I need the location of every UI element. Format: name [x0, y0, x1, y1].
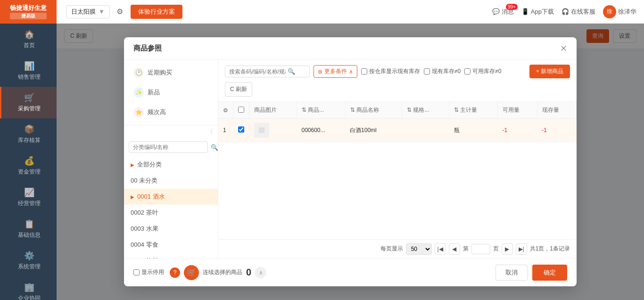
- sidebar-item-inventory[interactable]: 📦 库存核算: [0, 118, 57, 150]
- sidebar-item-base[interactable]: 📋 基础信息: [0, 213, 57, 245]
- first-page-button[interactable]: |◀: [435, 243, 446, 255]
- sidebar-item-purchase[interactable]: 🛒 采购管理: [0, 87, 57, 118]
- sidebar-item-business[interactable]: 📈 经营管理: [0, 182, 57, 213]
- store-selector[interactable]: 日太阳膜 ▼: [66, 5, 110, 18]
- quick-new[interactable]: ✨ 新品: [129, 84, 213, 100]
- cart-icon[interactable]: 🛒: [184, 265, 199, 280]
- category-c0003[interactable]: 0003 水果: [124, 221, 218, 237]
- product-search-icon[interactable]: 🔍: [288, 68, 295, 75]
- sidebar-item-home[interactable]: 🏠 首页: [0, 24, 57, 55]
- collapse-toggle[interactable]: 《: [124, 125, 218, 138]
- messages-nav[interactable]: 💬 消息 99+: [492, 8, 514, 16]
- sidebar: 🏠 首页 📊 销售管理 🛒 采购管理 📦 库存核算 💰 资金管理 📈 经营管理 …: [0, 24, 57, 300]
- product-thumbnail: [254, 123, 269, 138]
- settings-icon[interactable]: ⚙: [115, 5, 125, 18]
- page-size-label: 每页显示: [380, 245, 403, 253]
- checkbox-avail-label: 可用库存≠0: [472, 67, 501, 75]
- category-c0003-label: 0003 水果: [131, 225, 158, 233]
- sort-icon-name: ⇅: [350, 107, 355, 113]
- cta-button[interactable]: 体验行业方案: [131, 5, 182, 19]
- table-row[interactable]: 1: [218, 119, 577, 142]
- modal-close-button[interactable]: ✕: [560, 44, 567, 53]
- cancel-button[interactable]: 取消: [495, 265, 528, 281]
- add-product-button[interactable]: + 新增商品: [529, 65, 570, 78]
- sidebar-item-finance[interactable]: 💰 资金管理: [0, 150, 57, 182]
- sidebar-label-system: 系统管理: [18, 263, 41, 271]
- col-settings[interactable]: ⚙: [218, 102, 233, 119]
- checkbox-warehouse[interactable]: 按仓库显示现有库存: [361, 67, 420, 75]
- row-select-checkbox[interactable]: [238, 126, 244, 133]
- prev-page-button[interactable]: ◀: [449, 243, 460, 255]
- sidebar-item-system[interactable]: ⚙️ 系统管理: [0, 245, 57, 276]
- toolbar: 🔍 ⊛ 更多条件 ∧ 按仓库显示现有库存: [218, 60, 577, 102]
- category-c00[interactable]: 00 未分类: [124, 173, 218, 189]
- col-name[interactable]: ⇅ 商品名称: [345, 102, 402, 119]
- recent-label: 近期购买: [148, 68, 172, 77]
- category-search-icon[interactable]: 🔍: [211, 144, 218, 151]
- last-page-button[interactable]: ▶|: [516, 243, 527, 255]
- row-stock: -1: [537, 119, 576, 142]
- chevron-up-icon: ∧: [349, 68, 353, 75]
- checkbox-stock-input[interactable]: [424, 68, 430, 75]
- service-label: 在线客服: [571, 8, 595, 16]
- page-input[interactable]: 1: [471, 244, 490, 254]
- page-label: 第: [463, 245, 469, 253]
- sidebar-label-finance: 资金管理: [18, 168, 41, 176]
- store-name: 日太阳膜: [71, 8, 96, 16]
- row-spec: [402, 119, 449, 142]
- col-spec[interactable]: ⇅ 规格...: [402, 102, 449, 119]
- user-menu[interactable]: 徐 徐泽华: [603, 5, 636, 18]
- sidebar-label-inventory: 库存核算: [18, 136, 41, 144]
- online-service-nav[interactable]: 🎧 在线客服: [561, 8, 595, 16]
- col-checkbox: [233, 102, 249, 119]
- top-right-nav: 💬 消息 99+ 📱 App下载 🎧 在线客服 徐 徐泽华: [492, 5, 636, 18]
- show-disabled-wrap[interactable]: 显示停用: [133, 268, 164, 276]
- chevron-up-button[interactable]: ∧: [255, 267, 266, 278]
- app-download-nav[interactable]: 📱 App下载: [521, 8, 554, 16]
- more-filter-button[interactable]: ⊛ 更多条件 ∧: [314, 65, 357, 78]
- checkbox-avail-neq0[interactable]: 可用库存≠0: [464, 67, 501, 75]
- category-c0005[interactable]: 0005 饮料: [124, 253, 218, 258]
- col-code[interactable]: ⇅ 商品...: [297, 102, 346, 119]
- col-available[interactable]: 可用量: [498, 102, 537, 119]
- select-all-checkbox[interactable]: [238, 107, 244, 113]
- checkbox-warehouse-input[interactable]: [361, 68, 367, 75]
- category-search-input[interactable]: [129, 142, 208, 153]
- sort-icon-unit: ⇅: [454, 107, 459, 113]
- page-size-select[interactable]: 50 100 200: [406, 243, 432, 255]
- sidebar-item-sales[interactable]: 📊 销售管理: [0, 55, 57, 87]
- content-area: C 刷新 查询 设置 商品参照 ✕: [57, 24, 644, 300]
- footer-cart-area: ? 🛒 连续选择的商品 0 ∧: [170, 265, 266, 280]
- category-all[interactable]: ▶ 全部分类: [124, 157, 218, 173]
- col-stock[interactable]: 现存量: [537, 102, 576, 119]
- row-available: -1: [498, 119, 537, 142]
- active-arrow-icon: ▶: [131, 194, 134, 200]
- cart-label: 连续选择的商品: [203, 268, 242, 276]
- refresh-button[interactable]: C 刷新: [225, 82, 252, 97]
- sidebar-item-enterprise[interactable]: 🏢 企业协同: [0, 276, 57, 300]
- category-c0002[interactable]: 0002 茶叶: [124, 205, 218, 221]
- new-icon: ✨: [133, 87, 144, 98]
- quick-frequent[interactable]: ⭐ 频次高: [129, 104, 213, 120]
- confirm-button[interactable]: 确定: [532, 265, 567, 281]
- column-settings-icon[interactable]: ⚙: [223, 107, 228, 114]
- row-num: 1: [218, 119, 233, 142]
- row-unit: 瓶: [449, 119, 498, 142]
- category-c0001[interactable]: ▶ 0001 酒水: [124, 189, 218, 205]
- modal-overlay: 商品参照 ✕ 🕐 近期购买 ✨ 新: [57, 24, 644, 300]
- arrow-icon: ▶: [131, 162, 134, 167]
- modal-title: 商品参照: [133, 44, 162, 53]
- next-page-button[interactable]: ▶: [502, 243, 513, 255]
- col-image: 商品图片: [249, 102, 297, 119]
- help-icon[interactable]: ?: [170, 267, 180, 278]
- product-search-input[interactable]: [229, 68, 286, 75]
- category-c0001-label: 0001 酒水: [137, 192, 165, 201]
- cart-count: 0: [246, 267, 251, 278]
- category-c0004[interactable]: 0004 零食: [124, 237, 218, 253]
- checkbox-avail-input[interactable]: [464, 68, 471, 75]
- checkbox-stock-neq0[interactable]: 现有库存≠0: [424, 67, 461, 75]
- col-unit[interactable]: ⇅ 主计量: [449, 102, 498, 119]
- show-disabled-checkbox[interactable]: [133, 269, 140, 275]
- quick-recent[interactable]: 🕐 近期购买: [129, 65, 213, 81]
- row-checkbox[interactable]: [233, 119, 249, 142]
